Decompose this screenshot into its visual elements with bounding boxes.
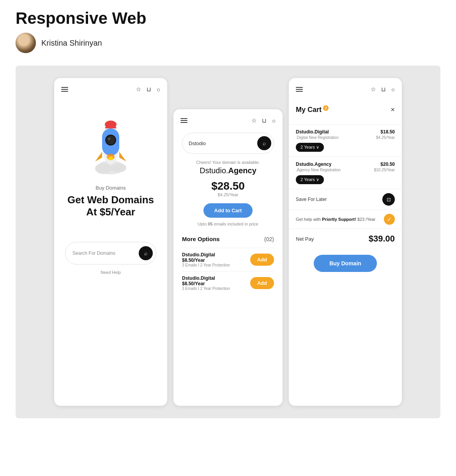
need-help-label: Need Help	[65, 270, 156, 275]
star-icon-1[interactable]: ☆	[136, 86, 141, 93]
cart-item-name-2: Dstudio.Agency	[296, 162, 331, 167]
screen-home: ☆ ⊔ ○	[54, 78, 167, 406]
nav-bar-3: ☆ ⊔ ○	[289, 78, 402, 99]
star-icon-3[interactable]: ☆	[371, 86, 376, 93]
available-text: Cheers! Your domain is available.	[182, 160, 274, 165]
user-icon-1[interactable]: ○	[157, 86, 160, 93]
support-text: Get help with Priortly Support! $23 /Yea…	[296, 217, 384, 222]
cart-badge: 2	[323, 105, 329, 111]
nav-icons-3: ☆ ⊔ ○	[371, 86, 395, 93]
svg-point-1	[95, 163, 112, 174]
option-domain-1: Dstudio.Digital	[182, 252, 230, 258]
close-button[interactable]: ×	[391, 106, 395, 113]
screen-search: ☆ ⊔ ○ Dstodio ⌕ Cheers! Your domain is a…	[173, 109, 283, 406]
option-item-1: Dstudio.Digital $8.50/Year 3 Emails I 2 …	[182, 248, 274, 271]
screen2-content: Dstodio ⌕ Cheers! Your domain is availab…	[173, 130, 283, 302]
option-details-2: 3 Emails I 2 Year Protection	[182, 286, 230, 291]
cart-title-row: My Cart2 ×	[296, 105, 395, 114]
search-icon-2: ⌕	[263, 140, 266, 146]
cart-item-2: Dstudio.Agency $20.50 .Agency New Regist…	[289, 156, 402, 189]
cart-item-price-2: $20.50	[380, 162, 395, 167]
net-pay-amount: $39.00	[369, 234, 395, 244]
cart-item-year-2: $10.25/Year	[374, 168, 395, 172]
years-dropdown-2[interactable]: 2 Years ∨	[296, 175, 324, 184]
screen1-content: Buy Domains Get Web Domains At $5/Year S…	[54, 181, 167, 282]
rocket-image	[76, 107, 146, 177]
cart-item-sub-1: .Digital New Registration $4.25/Year	[296, 135, 395, 140]
add-option-button-1[interactable]: Add	[250, 254, 274, 266]
domain-name-display: Dstudio.Agency	[182, 166, 274, 175]
cart-title: My Cart2	[296, 105, 329, 114]
net-pay-row: Net Pay $39.00	[289, 229, 402, 249]
option-left-2: Dstudio.Digital $8.50/Year 3 Emails I 2 …	[182, 275, 230, 291]
search-bar-1[interactable]: Search For Domains ⌕	[65, 242, 156, 265]
net-pay-label: Net Pay	[296, 236, 314, 242]
svg-point-10	[108, 156, 113, 160]
svg-point-8	[108, 138, 110, 140]
add-option-button-2[interactable]: Add	[250, 277, 274, 289]
search-button-1[interactable]: ⌕	[139, 246, 153, 260]
option-details-1: 3 Emails I 2 Year Protection	[182, 263, 230, 267]
cart-item-desc-2: .Agency New Registration	[296, 168, 341, 172]
menu-icon-1[interactable]	[61, 87, 68, 92]
user-icon-2[interactable]: ○	[272, 117, 276, 124]
support-row: Get help with Priortly Support! $23 /Yea…	[289, 210, 402, 229]
nav-bar-1: ☆ ⊔ ○	[54, 78, 167, 99]
cart-header: My Cart2 ×	[289, 99, 402, 124]
page-title: Responsive Web	[16, 9, 440, 27]
option-price-2: $8.50/Year	[182, 281, 230, 286]
svg-point-2	[111, 163, 126, 172]
cart-item-top-2: Dstudio.Agency $20.50	[296, 162, 395, 167]
menu-icon-2[interactable]	[180, 118, 187, 123]
option-price-1: $8.50/Year	[182, 258, 230, 263]
avatar	[16, 33, 36, 53]
nav-icons-2: ☆ ⊔ ○	[251, 117, 276, 124]
cart-icon-2[interactable]: ⊔	[262, 117, 267, 124]
add-to-cart-button[interactable]: Add to Cart	[203, 203, 253, 218]
cart-item-1: Dstudio.Digital $18.50 .Digital New Regi…	[289, 124, 402, 156]
showcase-area: ☆ ⊔ ○	[16, 66, 440, 418]
more-options-label: More Options	[182, 236, 220, 242]
option-left-1: Dstudio.Digital $8.50/Year 3 Emails I 2 …	[182, 252, 230, 267]
screen-cart: ☆ ⊔ ○ My Cart2 × Dstudio.Digital $18.50 …	[289, 78, 402, 406]
cart-icon-1[interactable]: ⊔	[147, 86, 151, 93]
search-icon-1: ⌕	[144, 250, 147, 256]
user-icon-3[interactable]: ○	[391, 86, 395, 93]
author-row: Kristina Shirinyan	[16, 33, 440, 53]
price-per-year: $4.25/Year	[182, 192, 274, 197]
nav-bar-2: ☆ ⊔ ○	[173, 109, 283, 130]
search-bar-label: Search For Domains	[72, 250, 115, 256]
buy-domain-button[interactable]: Buy Domain	[314, 255, 377, 272]
menu-icon-3[interactable]	[296, 87, 303, 92]
cart-icon-3[interactable]: ⊔	[381, 86, 386, 93]
support-check-icon[interactable]: ✓	[384, 214, 395, 225]
cart-item-top-1: Dstudio.Digital $18.50	[296, 129, 395, 135]
more-options-row: More Options (02)	[182, 233, 274, 242]
search-button-2[interactable]: ⌕	[257, 136, 271, 150]
hero-title: Get Web Domains At $5/Year	[65, 194, 156, 218]
domain-input-text: Dstodio	[189, 140, 206, 146]
buy-domains-label: Buy Domains	[65, 185, 156, 191]
cart-item-name-1: Dstudio.Digital	[296, 129, 329, 135]
save-later-text: Save For Later	[296, 197, 327, 202]
bookmark-icon: ⊡	[387, 197, 391, 202]
hero-area	[54, 99, 167, 181]
cart-item-sub-2: .Agency New Registration $10.25/Year	[296, 168, 395, 172]
svg-point-7	[106, 136, 115, 144]
domain-search-bar[interactable]: Dstodio ⌕	[182, 133, 274, 154]
save-later-button[interactable]: ⊡	[382, 193, 395, 206]
cart-item-year-1: $4.25/Year	[376, 135, 395, 140]
star-icon-2[interactable]: ☆	[251, 117, 256, 124]
more-options-count: (02)	[264, 236, 274, 242]
author-name: Kristina Shirinyan	[41, 39, 102, 48]
domain-price-large: $28.50	[182, 180, 274, 192]
emails-note: Upto 05 emails included in price	[182, 222, 274, 226]
option-domain-2: Dstudio.Digital	[182, 275, 230, 281]
nav-icons-1: ☆ ⊔ ○	[136, 86, 160, 93]
cart-item-desc-1: .Digital New Registration	[296, 135, 339, 140]
save-later-row: Save For Later ⊡	[289, 189, 402, 210]
cart-item-price-1: $18.50	[380, 129, 395, 135]
option-item-2: Dstudio.Digital $8.50/Year 3 Emails I 2 …	[182, 271, 274, 295]
years-dropdown-1[interactable]: 2 Years ∨	[296, 143, 324, 152]
